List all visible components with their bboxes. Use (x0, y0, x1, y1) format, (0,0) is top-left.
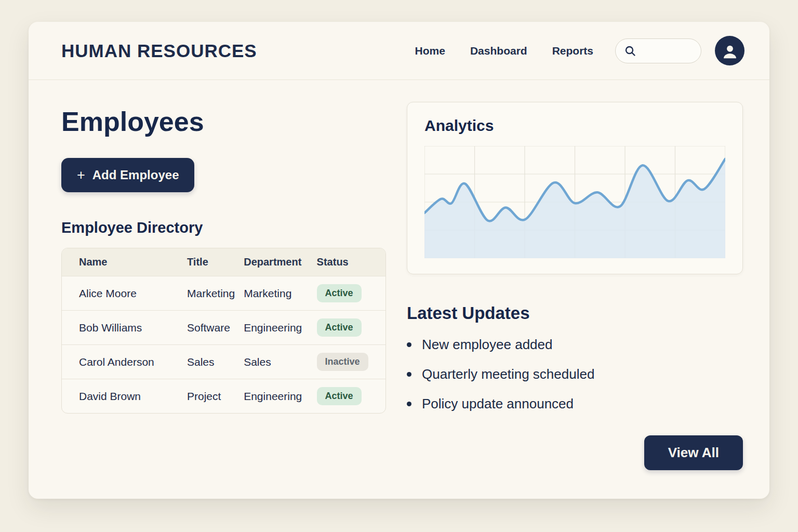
cell-title: Sales (187, 356, 244, 368)
nav-item-dashboard[interactable]: Dashboard (470, 45, 527, 57)
status-badge: Inactive (317, 353, 368, 371)
table-row: Bob Williams Software Engineering Active (62, 310, 385, 344)
updates-list: New employee added Quarterly meeting sch… (407, 337, 743, 412)
list-item: Quarterly meeting scheduled (407, 366, 743, 382)
page-title: Employees (61, 106, 386, 137)
user-avatar[interactable] (715, 36, 744, 65)
col-header-status: Status (317, 256, 376, 268)
bullet-icon (407, 342, 411, 347)
employees-section: Employees + Add Employee Employee Direct… (61, 102, 386, 470)
bullet-icon (407, 402, 411, 406)
right-panel: Analytics Latest Updates New employee ad… (407, 102, 743, 470)
status-badge: Active (317, 387, 362, 405)
search-input[interactable] (636, 41, 694, 61)
directory-heading: Employee Directory (61, 219, 386, 236)
view-all-button[interactable]: View All (644, 435, 743, 470)
search-box[interactable] (615, 38, 701, 63)
list-item: Policy update announced (407, 396, 743, 412)
cell-title: Project (187, 390, 244, 403)
col-header-department: Department (244, 256, 316, 268)
employee-table: Name Title Department Status Alice Moore… (61, 248, 386, 414)
cell-name: Bob Williams (79, 322, 187, 334)
cell-name: Alice Moore (79, 287, 187, 300)
list-item: New employee added (407, 337, 743, 353)
col-header-title: Title (187, 256, 244, 268)
table-row: Alice Moore Marketing Marketing Active (62, 276, 385, 310)
search-icon (624, 45, 636, 57)
update-text: Quarterly meeting scheduled (422, 366, 594, 382)
cell-department: Sales (244, 356, 316, 368)
status-badge: Active (317, 318, 362, 337)
col-header-name: Name (79, 256, 187, 268)
cell-title: Marketing (187, 287, 244, 300)
cell-department: Engineering (244, 390, 316, 403)
add-employee-button[interactable]: + Add Employee (61, 158, 194, 192)
status-badge: Active (317, 284, 362, 302)
analytics-chart (424, 146, 725, 258)
app-window: HUMAN RESOURCES Home Dashboard Reports (29, 22, 769, 499)
cell-name: Carol Anderson (79, 356, 187, 368)
update-text: New employee added (422, 337, 553, 353)
add-employee-label: Add Employee (92, 168, 179, 182)
main-content: Employees + Add Employee Employee Direct… (29, 80, 769, 499)
analytics-card: Analytics (407, 102, 743, 274)
cell-name: David Brown (79, 390, 187, 403)
analytics-title: Analytics (424, 117, 725, 135)
nav-item-home[interactable]: Home (415, 45, 445, 57)
updates-heading: Latest Updates (407, 303, 743, 323)
nav-item-reports[interactable]: Reports (552, 45, 593, 57)
table-row: Carol Anderson Sales Sales Inactive (62, 344, 385, 379)
cell-department: Engineering (244, 322, 316, 334)
bullet-icon (407, 372, 411, 377)
cell-title: Software (187, 322, 244, 334)
cell-department: Marketing (244, 287, 316, 300)
table-row: David Brown Project Engineering Active (62, 379, 385, 413)
plus-icon: + (77, 168, 85, 182)
top-header: HUMAN RESOURCES Home Dashboard Reports (29, 22, 769, 80)
main-nav: Home Dashboard Reports (415, 45, 593, 57)
user-icon (721, 42, 739, 60)
update-text: Policy update announced (422, 396, 574, 412)
brand-title: HUMAN RESOURCES (61, 41, 257, 61)
table-header-row: Name Title Department Status (62, 248, 385, 276)
